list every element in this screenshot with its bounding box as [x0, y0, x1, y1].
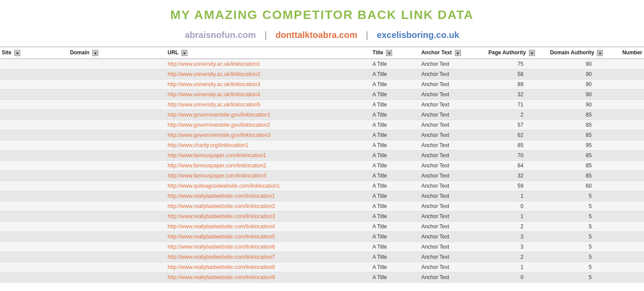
- cell-number: [605, 231, 644, 242]
- url-link[interactable]: http://www.famouspaper.com/linklocation3: [168, 173, 266, 179]
- url-link[interactable]: http://www.university.ac.uk/linklocation…: [168, 61, 260, 67]
- th-pa-label: Page Authority: [488, 49, 526, 56]
- cell-da: 85: [537, 110, 605, 120]
- cell-url[interactable]: http://www.quiteagoodwebsite.com/linkloc…: [166, 181, 371, 191]
- url-link[interactable]: http://www.university.ac.uk/linklocation…: [168, 91, 260, 98]
- site-link-donttalktoabra[interactable]: donttalktoabra.com: [275, 30, 357, 40]
- th-domain-filter[interactable]: ▼: [92, 50, 98, 56]
- cell-anchor: Anchor Text: [419, 79, 478, 89]
- th-da-filter[interactable]: ▼: [597, 50, 603, 56]
- cell-anchor: Anchor Text: [419, 150, 478, 160]
- url-link[interactable]: http://www.governmentsite.gov/linklocati…: [168, 122, 270, 128]
- cell-url[interactable]: http://www.reallybadwebsite.com/linkloca…: [166, 262, 371, 272]
- cell-title: A Title: [371, 201, 420, 211]
- cell-da: 85: [537, 170, 605, 181]
- cell-domain: [68, 69, 166, 79]
- th-site-filter[interactable]: ▼: [14, 50, 20, 56]
- cell-domain: [68, 59, 166, 69]
- cell-pa: 64: [478, 160, 537, 170]
- cell-url[interactable]: http://www.famouspaper.com/linklocation2: [166, 160, 371, 170]
- url-link[interactable]: http://www.reallybadwebsite.com/linkloca…: [168, 193, 275, 199]
- table-row: http://www.governmentsite.gov/linklocati…: [0, 120, 644, 130]
- cell-url[interactable]: http://www.university.ac.uk/linklocation…: [166, 99, 371, 110]
- url-link[interactable]: http://www.famouspaper.com/linklocation2: [168, 163, 266, 169]
- url-link[interactable]: http://www.famouspaper.com/linklocation1: [168, 152, 266, 159]
- th-title-filter[interactable]: ▼: [386, 50, 392, 56]
- cell-domain: [68, 211, 166, 221]
- cell-pa: 71: [478, 99, 537, 110]
- cell-title: A Title: [371, 150, 420, 160]
- url-link[interactable]: http://www.reallybadwebsite.com/linkloca…: [168, 244, 275, 250]
- cell-domain: [68, 89, 166, 99]
- cell-domain: [68, 130, 166, 140]
- cell-domain: [68, 242, 166, 252]
- cell-domain: [68, 79, 166, 89]
- cell-number: [605, 99, 644, 110]
- cell-number: [605, 120, 644, 130]
- cell-anchor: Anchor Text: [419, 262, 478, 272]
- cell-title: A Title: [371, 191, 420, 201]
- cell-site: [0, 221, 68, 231]
- url-link[interactable]: http://www.reallybadwebsite.com/linkloca…: [168, 203, 275, 209]
- cell-url[interactable]: http://www.reallybadwebsite.com/linkloca…: [166, 272, 371, 282]
- cell-anchor: Anchor Text: [419, 191, 478, 201]
- cell-url[interactable]: http://www.governmentsite.gov/linklocati…: [166, 120, 371, 130]
- cell-url[interactable]: http://www.university.ac.uk/linklocation…: [166, 69, 371, 79]
- url-link[interactable]: http://www.university.ac.uk/linklocation…: [168, 102, 260, 108]
- page-header: MY AMAZING COMPETITOR BACK LINK DATA: [0, 0, 644, 26]
- cell-number: [605, 170, 644, 181]
- cell-number: [605, 150, 644, 160]
- cell-url[interactable]: http://www.reallybadwebsite.com/linkloca…: [166, 221, 371, 231]
- cell-url[interactable]: http://www.charity.org/linklocation1: [166, 140, 371, 150]
- cell-site: [0, 140, 68, 150]
- cell-url[interactable]: http://www.reallybadwebsite.com/linkloca…: [166, 211, 371, 221]
- cell-url[interactable]: http://www.reallybadwebsite.com/linkloca…: [166, 231, 371, 242]
- cell-number: [605, 130, 644, 140]
- table-row: http://www.famouspaper.com/linklocation3…: [0, 170, 644, 181]
- url-link[interactable]: http://www.charity.org/linklocation1: [168, 142, 248, 148]
- cell-anchor: Anchor Text: [419, 140, 478, 150]
- cell-url[interactable]: http://www.reallybadwebsite.com/linkloca…: [166, 252, 371, 262]
- cell-url[interactable]: http://www.reallybadwebsite.com/linkloca…: [166, 191, 371, 201]
- cell-number: [605, 59, 644, 69]
- url-link[interactable]: http://www.reallybadwebsite.com/linkloca…: [168, 264, 275, 270]
- cell-url[interactable]: http://www.reallybadwebsite.com/linkloca…: [166, 242, 371, 252]
- url-link[interactable]: http://www.governmentsite.gov/linklocati…: [168, 132, 270, 138]
- cell-pa: 57: [478, 120, 537, 130]
- cell-url[interactable]: http://www.reallybadwebsite.com/linkloca…: [166, 201, 371, 211]
- cell-url[interactable]: http://www.governmentsite.gov/linklocati…: [166, 110, 371, 120]
- cell-url[interactable]: http://www.famouspaper.com/linklocation3: [166, 170, 371, 181]
- url-link[interactable]: http://www.reallybadwebsite.com/linkloca…: [168, 213, 275, 219]
- th-url-filter[interactable]: ▼: [181, 50, 187, 56]
- cell-anchor: Anchor Text: [419, 89, 478, 99]
- cell-da: 5: [537, 201, 605, 211]
- cell-anchor: Anchor Text: [419, 181, 478, 191]
- url-link[interactable]: http://www.university.ac.uk/linklocation…: [168, 81, 260, 87]
- cell-url[interactable]: http://www.governmentsite.gov/linklocati…: [166, 130, 371, 140]
- cell-url[interactable]: http://www.famouspaper.com/linklocation1: [166, 150, 371, 160]
- page-title: MY AMAZING COMPETITOR BACK LINK DATA: [0, 8, 644, 22]
- cell-anchor: Anchor Text: [419, 110, 478, 120]
- cell-anchor: Anchor Text: [419, 69, 478, 79]
- cell-da: 95: [537, 140, 605, 150]
- cell-anchor: Anchor Text: [419, 211, 478, 221]
- url-link[interactable]: http://www.reallybadwebsite.com/linkloca…: [168, 234, 275, 240]
- url-link[interactable]: http://www.university.ac.uk/linklocation…: [168, 71, 260, 77]
- url-link[interactable]: http://www.reallybadwebsite.com/linkloca…: [168, 274, 275, 280]
- cell-url[interactable]: http://www.university.ac.uk/linklocation…: [166, 89, 371, 99]
- th-pa-filter[interactable]: ▼: [529, 50, 535, 56]
- cell-pa: 0: [478, 272, 537, 282]
- cell-pa: 58: [478, 69, 537, 79]
- url-link[interactable]: http://www.reallybadwebsite.com/linkloca…: [168, 254, 275, 260]
- url-link[interactable]: http://www.quiteagoodwebsite.com/linkloc…: [168, 183, 280, 189]
- url-link[interactable]: http://www.reallybadwebsite.com/linkloca…: [168, 223, 275, 230]
- cell-domain: [68, 201, 166, 211]
- cell-site: [0, 120, 68, 130]
- th-site-label: Site: [2, 49, 11, 56]
- url-link[interactable]: http://www.governmentsite.gov/linklocati…: [168, 112, 270, 118]
- cell-url[interactable]: http://www.university.ac.uk/linklocation…: [166, 79, 371, 89]
- th-anchor-filter[interactable]: ▼: [455, 50, 461, 56]
- site-link-excelisboring[interactable]: excelisboring.co.uk: [377, 30, 459, 40]
- site-link-abraisnofun[interactable]: abraisnofun.com: [185, 30, 256, 40]
- cell-url[interactable]: http://www.university.ac.uk/linklocation…: [166, 59, 371, 69]
